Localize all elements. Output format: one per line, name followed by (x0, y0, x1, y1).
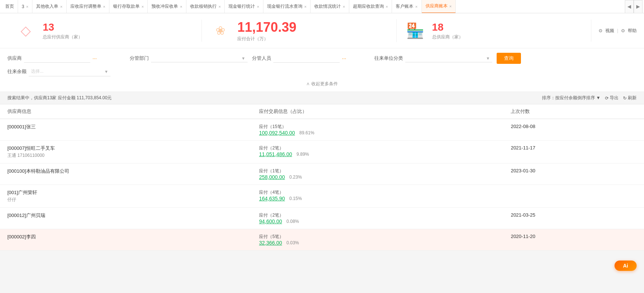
tab-item-other-income[interactable]: 其他收入单× (32, 0, 66, 13)
supplier-input[interactable] (24, 54, 90, 63)
result-text: 搜索结果中，供应商13家 应付金额 111,703,854.00元 (7, 95, 112, 101)
table-row[interactable]: [001]广州荣轩仔仔应付（4笔）164,635.900.15% (0, 185, 644, 208)
tab-close-bank-deposit[interactable]: × (141, 4, 144, 9)
tab-bar: 首页3×其他收入单×应收应付调整单×银行存取款单×预收冲应收单×收款核销执行×现… (0, 0, 644, 13)
tab-close-ap-adjust[interactable]: × (103, 4, 105, 9)
transaction-label: 应付（1笔） (259, 168, 511, 174)
supplier-link[interactable]: [000100]本特勒油品有限公司 (7, 168, 69, 174)
table-row[interactable]: [000007]恒旺二手叉车王通 17106110000应付（2笔）11,051… (0, 141, 644, 163)
last-payment-date: 2022-08-08 (511, 124, 535, 129)
tab-prev-btn[interactable]: ◀ (625, 0, 634, 13)
balance-arrow-icon: ▼ (104, 69, 108, 74)
transaction-label: 应付（15笔） (259, 124, 511, 130)
supplier-payable-icon: ◇ (15, 20, 37, 42)
refresh-icon: ↻ (623, 96, 627, 101)
tab-item-cash-bank-flow[interactable]: 现金银行流水查询× (263, 0, 311, 13)
data-table: 供应商信息 应付交易信息（占比） 上次付数 [000001]张三应付（15笔）1… (0, 104, 644, 251)
table-row[interactable]: [000002]李四应付（5笔）32,366.000.03%2020-11-20 (0, 229, 644, 251)
dept-arrow-icon: ▼ (241, 56, 245, 61)
tab-item-bank-deposit[interactable]: 银行存取款单× (109, 0, 148, 13)
total-suppliers-number: 18 (432, 21, 463, 34)
export-button[interactable]: ⟳ 导出 (605, 95, 619, 101)
table-row[interactable]: [000001]张三应付（15笔）100,092,540.0089.61%202… (0, 119, 644, 141)
help-icon: ⊙ (621, 28, 625, 33)
refresh-button[interactable]: ↻ 刷新 (623, 95, 637, 101)
transaction-amount[interactable]: 100,092,540.00 (259, 130, 295, 136)
unit-class-select[interactable]: ▼ (405, 55, 492, 62)
dept-select[interactable]: ▼ (151, 55, 248, 62)
tab-item-collect-stat[interactable]: 收款情况统计× (311, 0, 349, 13)
transaction-amount[interactable]: 94,600.00 (259, 218, 282, 224)
table-row[interactable]: [000012]广州贝瑞应付（2笔）94,600.000.08%2021-03-… (0, 208, 644, 229)
tab-item-home[interactable]: 首页 (1, 0, 18, 13)
transaction-pct: 9.89% (297, 152, 309, 157)
transaction-label: 应付（4笔） (259, 189, 511, 196)
tab-item-ap-adjust[interactable]: 应收应付调整单× (67, 0, 109, 13)
result-bar: 搜索结果中，供应商13家 应付金额 111,703,854.00元 排序：按应付… (0, 92, 644, 104)
export-label: 导出 (610, 95, 619, 101)
transaction-amount[interactable]: 258,000.00 (259, 174, 285, 180)
export-icon: ⟳ (605, 96, 609, 101)
summary-card-total-suppliers: 🏪 18 总供应商（家） (397, 20, 591, 42)
balance-select[interactable]: 选择... ▼ (29, 67, 111, 76)
filter-balance: 往来余额 选择... ▼ (7, 67, 111, 76)
tab-item-collect-verify[interactable]: 收款核销执行× (186, 0, 225, 13)
last-payment-date: 2023-01-30 (511, 168, 535, 173)
help-link[interactable]: 帮助 (628, 28, 637, 34)
tab-close-other-income[interactable]: × (60, 4, 62, 9)
tab-close-cash-bank-stat[interactable]: × (257, 4, 259, 9)
supplier-link[interactable]: [000001]张三 (7, 124, 36, 130)
tab-close-cash-bank-flow[interactable]: × (304, 4, 307, 9)
summary-help-area: ⊙ 视频 | ⊙ 帮助 (591, 28, 637, 34)
sort-label: 排序：按应付余额倒序排序 (542, 95, 595, 100)
transaction-amount[interactable]: 11,051,486.00 (259, 151, 292, 157)
person-dots[interactable]: ··· (342, 55, 346, 61)
tab-close-collect-stat[interactable]: × (343, 4, 345, 9)
supplier-dots[interactable]: ··· (92, 55, 97, 61)
tab-next-btn[interactable]: ▶ (634, 0, 643, 13)
tab-close-supplier-account[interactable]: × (449, 4, 452, 8)
tab-item-tab3[interactable]: 3× (18, 0, 32, 13)
tab-close-overdue-collect[interactable]: × (386, 4, 388, 9)
tab-item-cash-bank-stat[interactable]: 现金银行统计× (225, 0, 263, 13)
tab-item-overdue-collect[interactable]: 超期应收款查询× (349, 0, 392, 13)
collapse-bar[interactable]: ∧ 收起更多条件 (7, 79, 637, 89)
table-body: [000001]张三应付（15笔）100,092,540.0089.61%202… (0, 119, 644, 251)
tab-close-collect-verify[interactable]: × (218, 4, 221, 9)
transaction-label: 应付（5笔） (259, 234, 511, 240)
balance-placeholder: 选择... (31, 68, 43, 75)
filter-area: 供应商 ··· 分管部门 ▼ 分管人员 ··· 往来单位分类 ▼ 查询 往来余额 (0, 48, 644, 92)
sort-button[interactable]: 排序：按应付余额倒序排序 ▼ (542, 95, 601, 101)
table-row[interactable]: [000100]本特勒油品有限公司应付（1笔）258,000.000.23%20… (0, 163, 644, 185)
transaction-pct: 0.03% (287, 240, 299, 245)
supplier-label: 供应商 (7, 55, 22, 62)
person-input[interactable] (273, 54, 340, 63)
summary-card-suppliers-payable: ◇ 13 总应付供应商（家） (7, 20, 202, 42)
tab-close-advance-collect[interactable]: × (180, 4, 182, 9)
supplier-link[interactable]: [001]广州荣轩 (7, 190, 37, 195)
transaction-amount[interactable]: 164,635.90 (259, 196, 285, 201)
filter-person: 分管人员 ··· (252, 54, 370, 63)
tab-item-supplier-account[interactable]: 供应商账本× (422, 0, 456, 13)
supplier-link[interactable]: [000007]恒旺二手叉车 (7, 145, 55, 151)
transaction-amount[interactable]: 32,366.00 (259, 240, 282, 246)
summary-card-ap-total: ❀ 11,170.39 应付合计（万） (202, 19, 396, 42)
tab-close-customer-account[interactable]: × (415, 4, 417, 9)
filter-row-1: 供应商 ··· 分管部门 ▼ 分管人员 ··· 往来单位分类 ▼ 查询 (7, 53, 637, 64)
tab-item-advance-collect[interactable]: 预收冲应收单× (148, 0, 186, 13)
col-header-supplier: 供应商信息 (7, 108, 259, 115)
filter-supplier: 供应商 ··· (7, 54, 125, 63)
person-label: 分管人员 (252, 55, 271, 62)
col-header-last-payment: 上次付数 (511, 108, 637, 115)
refresh-label: 刷新 (628, 95, 637, 101)
tab-close-tab3[interactable]: × (26, 4, 28, 9)
filter-row-2: 往来余额 选择... ▼ (7, 67, 637, 76)
query-button[interactable]: 查询 (497, 53, 521, 64)
collapse-label[interactable]: 收起更多条件 (311, 81, 338, 86)
transaction-label: 应付（2笔） (259, 212, 511, 218)
tab-item-customer-account[interactable]: 客户账本× (392, 0, 421, 13)
video-link[interactable]: 视频 (605, 28, 614, 34)
supplier-link[interactable]: [000012]广州贝瑞 (7, 213, 45, 218)
supplier-link[interactable]: [000002]李四 (7, 234, 36, 239)
supplier-sub: 仔仔 (7, 197, 259, 203)
